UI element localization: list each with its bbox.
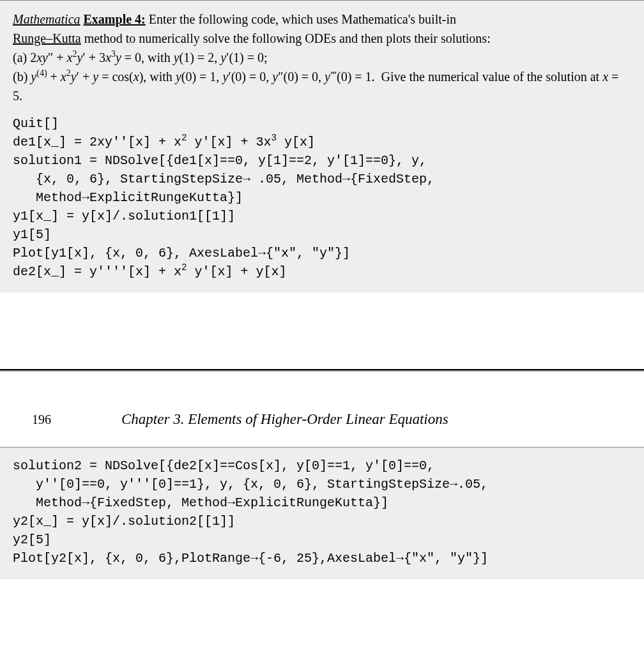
code-line: y1[5] xyxy=(13,227,51,242)
page-gap xyxy=(0,292,644,369)
part-b: (b) y(4) + x2y′ + y = cos(x), with y(0) … xyxy=(13,70,618,103)
code-line: de2[x_] = y''''[x] + x2 y'[x] + y[x] xyxy=(13,264,287,279)
example-block-1: Mathematica Example 4: Enter the followi… xyxy=(0,0,644,292)
code-line: Plot[y2[x], {x, 0, 6},PlotRange→{-6, 25}… xyxy=(13,551,488,566)
chapter-title: Chapter 3. Elements of Higher-Order Line… xyxy=(121,411,448,428)
code-block-2: solution2 = NDSolve[{de2[x]==Cos[x], y[0… xyxy=(13,456,631,568)
code-line: y1[x_] = y[x]/.solution1[[1]] xyxy=(13,209,235,223)
code-line: Method→ExplicitRungeKutta}] xyxy=(13,190,243,205)
code-line: {x, 0, 6}, StartingStepSize→ .05, Method… xyxy=(13,172,434,186)
title-italic: Mathematica xyxy=(13,12,80,26)
code-line: Method→{FixedStep, Method→ExplicitRungeK… xyxy=(13,495,388,510)
intro-line-1: Enter the following code, which uses Mat… xyxy=(149,12,456,26)
code-line: y2[x_] = y[x]/.solution2[[1]] xyxy=(13,514,235,529)
intro-line-2: method to numerically solve the followin… xyxy=(84,31,491,45)
example-statement: Mathematica Example 4: Enter the followi… xyxy=(13,10,631,105)
page-separator xyxy=(0,369,644,373)
page-number: 196 xyxy=(32,412,121,427)
code-line: Plot[y1[x], {x, 0, 6}, AxesLabel→{"x", "… xyxy=(13,246,350,260)
code-block-1: Quit[] de1[x_] = 2xy''[x] + x2 y'[x] + 3… xyxy=(13,114,631,281)
code-line: de1[x_] = 2xy''[x] + x2 y'[x] + 3x3 y[x] xyxy=(13,135,315,149)
code-line: solution2 = NDSolve[{de2[x]==Cos[x], y[0… xyxy=(13,458,434,473)
code-line: Quit[] xyxy=(13,116,59,131)
title-bold: Example 4: xyxy=(84,12,146,26)
code-line: solution1 = NDSolve[{de1[x]==0, y[1]==2,… xyxy=(13,153,427,168)
code-line: y2[5] xyxy=(13,532,51,547)
part-a: (a) 2xy″ + x2y′ + 3x3y = 0, with y(1) = … xyxy=(13,50,268,64)
code-line: y''[0]==0, y'''[0]==1}, y, {x, 0, 6}, St… xyxy=(13,477,488,492)
page-header: 196 Chapter 3. Elements of Higher-Order … xyxy=(0,411,644,447)
intro-rk: Runge–Kutta xyxy=(13,31,81,45)
example-block-2: solution2 = NDSolve[{de2[x]==Cos[x], y[0… xyxy=(0,447,644,579)
